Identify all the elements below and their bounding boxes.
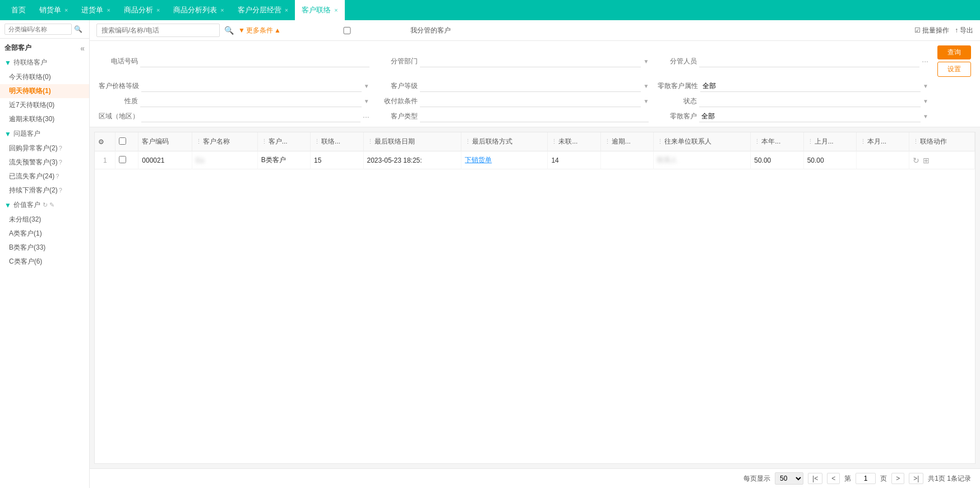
col-header-10[interactable]: ⋮往来单位联系人 [654, 132, 751, 151]
my-customers-filter[interactable]: 我分管的客户 [285, 26, 451, 35]
sort-icon: ⋮ [913, 138, 919, 145]
action-cell: ↻⊞ [909, 151, 975, 169]
filter-customer-type: 客户类型 [378, 111, 658, 122]
customer-level-arrow: ▼ [364, 83, 369, 89]
value-arrow: ▼ [4, 201, 11, 209]
col-header-5[interactable]: ⋮联络... [311, 132, 363, 151]
gear-icon[interactable]: ⚙ [98, 138, 104, 146]
prev-page-button[interactable]: < [827, 473, 840, 484]
retail-customer-input[interactable] [699, 111, 921, 122]
area-more-icon[interactable]: ··· [363, 112, 369, 121]
nav-close-进货单[interactable]: × [107, 7, 110, 13]
col-label-2: 客户编码 [142, 137, 169, 145]
col-header-4[interactable]: ⋮客户... [257, 132, 310, 151]
nav-close-客户联络[interactable]: × [334, 7, 338, 13]
table-body: 1000021EaB类客户152023-05-23 18:25:下销货单14联系… [95, 151, 975, 169]
filter-row-2: 客户价格等级 ▼ 客户等级 ▼ 零散客户属性 ▼ [99, 80, 971, 92]
value-item[interactable]: A类客户(1) [0, 227, 89, 241]
set-button[interactable]: 设置 [937, 62, 971, 77]
sidebar-search-icon[interactable]: 🔍 [74, 25, 82, 33]
more-filter-button[interactable]: ▼ 更多条件 ▲ [238, 26, 281, 35]
area-input[interactable] [141, 111, 360, 122]
customer-grade-input[interactable] [420, 80, 641, 92]
refresh-icon[interactable]: ↻ [913, 156, 919, 165]
customer-level-input[interactable] [141, 80, 362, 92]
batch-action-button[interactable]: ☑ 批量操作 [914, 26, 949, 35]
value-item[interactable]: C类客户(6) [0, 255, 89, 269]
sidebar-collapse-icon[interactable]: « [80, 44, 85, 53]
nav-item-客户联络[interactable]: 客户联络× [295, 0, 344, 20]
query-button[interactable]: 查询 [937, 45, 971, 59]
nav-close-商品分析列表[interactable]: × [220, 7, 224, 13]
pending-group[interactable]: ▼ 待联络客户 [0, 55, 89, 70]
export-button[interactable]: ↑ 导出 [955, 26, 973, 35]
row-checkbox[interactable] [119, 156, 126, 163]
nav-item-首页[interactable]: 首页 [4, 0, 33, 20]
my-customers-checkbox[interactable] [285, 27, 409, 34]
col-header-6[interactable]: ⋮最后联络日期 [363, 132, 461, 151]
nav-item-进货单[interactable]: 进货单× [75, 0, 117, 20]
problem-item[interactable]: 回购异常客户(2)? [0, 141, 89, 155]
sort-icon: ⋮ [657, 138, 663, 145]
col-header-11[interactable]: ⋮本年... [751, 132, 803, 151]
customer-type-input[interactable] [420, 111, 649, 122]
col-label-11: 本年... [761, 137, 780, 145]
phone-input[interactable] [140, 56, 369, 67]
partner-contact: 联系人 [654, 151, 751, 169]
select-all-checkbox[interactable] [119, 137, 126, 145]
filter-customer-grade: 客户等级 ▼ [378, 80, 658, 92]
nav-item-商品分析[interactable]: 商品分析× [117, 0, 167, 20]
customer-grade-arrow: ▼ [643, 83, 649, 89]
pending-item[interactable]: 明天待联络(1) [0, 84, 89, 98]
person-input[interactable] [699, 56, 919, 67]
col-header-7[interactable]: ⋮最后联络方式 [461, 132, 548, 151]
last-page-button[interactable]: >| [909, 473, 923, 484]
pending-item[interactable]: 逾期未联络(30) [0, 112, 89, 126]
main-search-input[interactable] [96, 24, 220, 37]
status-input[interactable] [699, 95, 921, 107]
main-search-button[interactable]: 🔍 [224, 26, 234, 35]
value-group[interactable]: ▼ 价值客户 ↻ ✎ [0, 197, 89, 213]
problem-group[interactable]: ▼ 问题客户 [0, 126, 89, 141]
value-item[interactable]: B类客户(33) [0, 241, 89, 255]
sidebar-search-input[interactable] [4, 24, 72, 35]
pending-arrow: ▼ [4, 59, 11, 67]
pending-item[interactable]: 近7天待联络(0) [0, 98, 89, 112]
grid-icon[interactable]: ⊞ [923, 156, 930, 165]
payment-input[interactable] [420, 95, 641, 107]
pending-item[interactable]: 今天待联络(0) [0, 70, 89, 84]
nav-close-商品分析[interactable]: × [156, 7, 160, 13]
value-item[interactable]: 未分组(32) [0, 213, 89, 227]
nav-close-销货单[interactable]: × [64, 7, 68, 13]
retail-attr-label: 零散客户属性 [658, 81, 698, 91]
nav-item-客户分层经营[interactable]: 客户分层经营× [231, 0, 295, 20]
person-more-icon[interactable]: ··· [922, 57, 928, 66]
per-page-select[interactable]: 50 100 200 [775, 472, 803, 485]
nav-item-销货单[interactable]: 销货单× [33, 0, 75, 20]
page-input[interactable] [856, 473, 876, 484]
dept-input[interactable] [420, 56, 641, 67]
col-label-8: 未联... [558, 137, 577, 145]
col-header-9[interactable]: ⋮逾期... [600, 132, 653, 151]
col-header-3[interactable]: ⋮客户名称 [192, 132, 257, 151]
retail-customer-label: 零散客户 [658, 112, 697, 121]
col-label-10: 往来单位联系人 [664, 137, 711, 145]
contact-method-link[interactable]: 下销货单 [465, 156, 492, 164]
gender-input[interactable] [140, 95, 362, 107]
first-page-button[interactable]: |< [808, 473, 822, 484]
col-header-13[interactable]: ⋮本月... [857, 132, 909, 151]
col-header-14[interactable]: ⋮联络动作 [909, 132, 975, 151]
next-page-button[interactable]: > [891, 473, 904, 484]
nav-close-客户分层经营[interactable]: × [285, 7, 288, 13]
problem-item[interactable]: 流失预警客户(3)? [0, 155, 89, 169]
col-header-2[interactable]: 客户编码 [138, 132, 192, 151]
status-arrow: ▼ [923, 98, 928, 104]
sort-icon: ⋮ [551, 138, 557, 145]
col-header-8[interactable]: ⋮未联... [548, 132, 600, 151]
nav-item-商品分析列表[interactable]: 商品分析列表× [167, 0, 230, 20]
last-contact-method: 下销货单 [461, 151, 548, 169]
problem-item[interactable]: 已流失客户(24)? [0, 169, 89, 183]
problem-item[interactable]: 持续下滑客户(2)? [0, 183, 89, 197]
retail-attr-input[interactable] [700, 80, 921, 92]
col-header-12[interactable]: ⋮上月... [803, 132, 856, 151]
